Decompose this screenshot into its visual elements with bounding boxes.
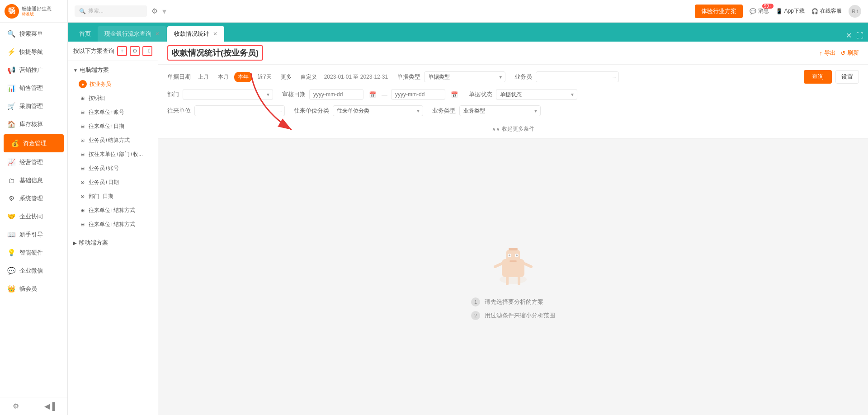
counterpart-category-select[interactable]: 往来单位分类: [333, 105, 423, 116]
header-search-text: 搜索...: [88, 7, 104, 15]
filter-row-3: 往来单位 ··· 往来单位分类 往来单位分类: [167, 105, 859, 116]
voucher-type-select[interactable]: 单据类型: [424, 71, 505, 82]
refresh-icon: ↺: [840, 50, 845, 57]
tab-collection-stats[interactable]: 收款情况统计 ✕: [167, 26, 224, 42]
online-service-item[interactable]: 🎧 在线客服: [811, 7, 842, 15]
user-avatar[interactable]: Rit: [849, 5, 861, 18]
empty-state: 1 请先选择要分析的方案 2 用过滤条件来缩小分析范围: [158, 139, 868, 415]
tab-expand-icon[interactable]: ⛶: [856, 32, 863, 40]
scheme-item-salesperson-date[interactable]: ⊙ 业务员+日期: [68, 175, 158, 189]
scheme-item-dept-date[interactable]: ⊙ 部门+日期: [68, 189, 158, 203]
collapse-more-conditions[interactable]: ∧∧ 收起更多条件: [167, 122, 859, 133]
filter-row-2: 部门 ▼ 审核日期 📅 — 📅: [167, 89, 859, 100]
tab-bar: 首页 现金银行流水查询 ✕ 收款情况统计 ✕ ✕ ⛶: [68, 23, 868, 42]
page-area: 按以下方案查询 + ⚙ 《 ▼ 电脑端方案 ● 按业务员: [68, 42, 868, 415]
refresh-button[interactable]: ↺ 刷新: [840, 49, 859, 57]
counterpart-category-filter: 往来单位分类 往来单位分类 ▼: [294, 105, 423, 116]
date-tab-7days[interactable]: 近7天: [254, 72, 275, 82]
export-icon: ↑: [820, 50, 823, 57]
tab-close-all-icon[interactable]: ✕: [846, 31, 852, 40]
date-tab-thismonth[interactable]: 本月: [214, 72, 232, 82]
partner-settlement1-icon: ⊞: [79, 207, 86, 214]
page-title: 收款情况统计(按业务员): [167, 45, 263, 61]
sidebar-item-quicknav[interactable]: ⚡ 快捷导航: [0, 43, 67, 61]
header-gear-icon[interactable]: ⚙: [151, 7, 158, 15]
tab-close-collection[interactable]: ✕: [213, 31, 217, 37]
collapse-panel-btn[interactable]: 《: [142, 46, 152, 56]
review-date-to-input[interactable]: [391, 89, 445, 100]
query-button[interactable]: 查询: [804, 70, 832, 84]
partner-settlement2-icon: ⊟: [79, 221, 86, 228]
date-tab-more[interactable]: 更多: [277, 72, 295, 82]
tab-close-cash-flow[interactable]: ✕: [155, 31, 160, 37]
active-indicator: ●: [79, 80, 87, 88]
review-date-from-input[interactable]: [309, 89, 363, 100]
scheme-item-salesperson-settlement[interactable]: ⊡ 业务员+结算方式: [68, 133, 158, 147]
sidebar-item-inventory[interactable]: 🏠 库存核算: [0, 115, 67, 133]
voucher-type-label: 单据类型: [397, 73, 420, 81]
salesperson-date-icon: ⊙: [79, 179, 86, 186]
scheme-item-partner-dept[interactable]: ⊟ 按往来单位+部门+收...: [68, 147, 158, 161]
left-panel-header: 按以下方案查询 + ⚙ 《: [68, 42, 158, 61]
sidebar-item-cooperation[interactable]: 🤝 企业协同: [0, 208, 67, 226]
salesperson-input[interactable]: [536, 71, 619, 82]
trial-button[interactable]: 体验行业方案: [695, 5, 743, 18]
scheme-group-desktop-title[interactable]: ▼ 电脑端方案: [68, 63, 158, 77]
export-button[interactable]: ↑ 导出: [820, 49, 836, 57]
scheme-group-mobile-title[interactable]: ▶ 移动端方案: [68, 236, 158, 250]
biz-type-select[interactable]: 业务类型: [459, 105, 541, 116]
sidebar-item-vip[interactable]: 👑 畅会员: [0, 280, 67, 298]
header-search-box[interactable]: 🔍 搜索...: [75, 5, 147, 17]
step-1-num: 1: [471, 297, 480, 307]
dept-input[interactable]: [183, 89, 273, 100]
basic-icon: 🗂: [7, 176, 16, 185]
date-tab-lastmonth[interactable]: 上月: [194, 72, 212, 82]
sidebar-item-hardware[interactable]: 💡 智能硬件: [0, 244, 67, 262]
message-badge: 99+: [762, 4, 774, 9]
sidebar-item-management[interactable]: 📈 经营管理: [0, 153, 67, 171]
biz-type-filter: 业务类型 业务类型 ▼: [432, 105, 541, 116]
settings-scheme-btn[interactable]: ⚙: [130, 46, 140, 56]
settings-button[interactable]: 设置: [835, 70, 859, 84]
sidebar-item-marketing[interactable]: 📢 营销推广: [0, 61, 67, 79]
service-icon: 🎧: [811, 8, 818, 14]
calendar-icon-from: 📅: [369, 91, 376, 98]
voucher-status-select[interactable]: 单据状态: [496, 89, 577, 100]
sidebar-item-basic[interactable]: 🗂 基础信息: [0, 171, 67, 189]
sidebar-item-guide[interactable]: 📖 新手引导: [0, 226, 67, 244]
step-2-num: 2: [471, 311, 480, 320]
scheme-item-partner-settlement1[interactable]: ⊞ 往来单位+结算方式: [68, 203, 158, 217]
scheme-item-salesperson[interactable]: ● 按业务员: [68, 77, 158, 91]
dropdown-icon[interactable]: ▾: [162, 6, 166, 16]
counterpart-input[interactable]: [194, 105, 285, 116]
sidebar-item-finance[interactable]: 💰 资金管理: [4, 134, 64, 152]
sidebar-item-search[interactable]: 🔍 搜索菜单: [0, 25, 67, 43]
date-tab-custom[interactable]: 自定义: [297, 72, 321, 82]
chevron-right-icon: ▶: [73, 241, 77, 245]
settings-bottom-btn[interactable]: ⚙: [13, 402, 19, 410]
scheme-item-salesperson-account[interactable]: ⊟ 业务员+账号: [68, 161, 158, 175]
date-tab-thisyear[interactable]: 本年: [234, 72, 252, 82]
salesperson-settlement-icon: ⊡: [79, 137, 86, 144]
partner-dept-icon: ⊟: [79, 151, 86, 158]
left-panel-title: 按以下方案查询: [73, 47, 114, 55]
message-item[interactable]: 💬 消息 99+: [750, 7, 769, 15]
tab-home[interactable]: 首页: [72, 26, 98, 42]
salesperson-account-icon: ⊟: [79, 165, 86, 172]
sidebar-item-sales[interactable]: 📊 销售管理: [0, 79, 67, 97]
app-download-item[interactable]: 📱 App下载: [776, 7, 805, 15]
scheme-item-partner-account[interactable]: ⊟ 往来单位+账号: [68, 105, 158, 119]
date-label: 单据日期: [167, 73, 191, 81]
sidebar-item-purchase[interactable]: 🛒 采购管理: [0, 97, 67, 115]
sidebar-item-system[interactable]: ⚙ 系统管理: [0, 189, 67, 208]
scheme-item-detail[interactable]: ⊞ 按明细: [68, 91, 158, 105]
collapse-sidebar-btn[interactable]: ◀▐: [44, 402, 55, 410]
sidebar-item-wechat[interactable]: 💬 企业微信: [0, 262, 67, 280]
scheme-item-partner-date[interactable]: ⊟ 往来单位+日期: [68, 119, 158, 133]
tab-cash-flow[interactable]: 现金银行流水查询 ✕: [98, 26, 166, 42]
add-scheme-btn[interactable]: +: [117, 46, 127, 56]
review-date-filter: 审核日期 📅 — 📅: [282, 89, 460, 100]
date-separator: —: [382, 91, 387, 98]
counterpart-label: 往来单位: [167, 107, 191, 115]
scheme-item-partner-settlement2[interactable]: ⊟ 往来单位+结算方式: [68, 217, 158, 231]
